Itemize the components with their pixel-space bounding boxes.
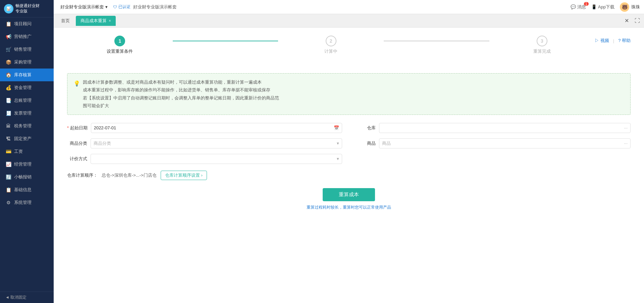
marketing-icon: 📢 [5,34,11,40]
sidebar-item-basic[interactable]: 📋 基础信息 [0,183,54,196]
sidebar: 📊 畅捷通好业财 专业版 📋 项目顾问 📢 营销推广 🛒 销售管理 📦 采购管理… [0,0,54,303]
ellipsis-icon: ··· [624,125,628,130]
recalc-button[interactable]: 重算成本 [323,188,375,201]
finance-icon: 💰 [5,85,11,91]
topbar: 好业财专业版演示帐套 ▾ 🛡 已认证 好业财专业版演示帐套 💬 消息 1 📱 A… [54,0,644,14]
step-3-circle: 3 [537,36,547,46]
sidebar-item-salary[interactable]: 💳 工资 [0,145,54,158]
info-text: 因成本计算参数调整、或是对商品成本有疑问时，可以通过成本重算功能，重新计算一遍成… [83,78,279,110]
info-box: 💡 因成本计算参数调整、或是对商品成本有疑问时，可以通过成本重算功能，重新计算一… [67,73,631,115]
goods-label: 商品 [356,140,376,146]
step-1-label: 设置重算条件 [107,48,133,54]
start-date-input[interactable]: 📅 [91,123,342,133]
goods-input[interactable]: 商品 ··· [379,138,631,148]
step-1: 1 设置重算条件 [67,36,173,54]
tax-icon: 🏛 [5,123,11,129]
tab-home[interactable]: 首页 [56,16,74,26]
sidebar-item-marketing[interactable]: 📢 营销推广 [0,30,54,43]
step-2-label: 计算中 [324,48,337,54]
sidebar-pin-toggle[interactable]: ◄ 取消固定 [0,292,54,303]
sidebar-item-operations[interactable]: 📈 经营管理 [0,158,54,171]
phone-icon: 📱 [591,4,597,9]
assets-icon: 🏗 [5,136,11,142]
basic-icon: 📋 [5,187,11,193]
steps: 1 设置重算条件 2 计算中 3 重算 [67,36,595,54]
sidebar-item-system[interactable]: ⚙ 系统管理 [0,196,54,209]
warehouse-label: 仓库 [356,125,376,131]
close-window-button[interactable]: ✕ [623,17,631,25]
sidebar-item-finance[interactable]: 💰 资金管理 [0,81,54,94]
start-date-row: 起始日期 📅 [67,123,342,133]
price-method-row: 计价方式 ▾ [67,154,342,164]
step-1-circle: 1 [114,36,125,46]
tab-close-icon[interactable]: × [109,18,111,23]
step-line-2 [384,41,489,41]
sidebar-item-invoice[interactable]: 🧾 发票管理 [0,107,54,120]
message-button[interactable]: 💬 消息 1 [571,4,586,10]
sidebar-item-accounting[interactable]: 📑 总账管理 [0,94,54,107]
steps-container: 1 设置重算条件 2 计算中 3 重算 [67,36,631,64]
account-select[interactable]: 好业财专业版演示帐套 ▾ [58,3,110,11]
user-menu[interactable]: 🐻 珠珠 [620,2,640,12]
chevron-down-icon: ▾ [337,156,339,161]
category-row: 商品分类 商品分类 ▾ [67,138,342,148]
app-download-button[interactable]: 📱 App下载 [591,4,614,10]
sidebar-item-assets[interactable]: 🏗 固定资产 [0,132,54,145]
logo-icon: 📊 [4,4,13,13]
salary-icon: 💳 [5,148,11,155]
sidebar-item-expense[interactable]: 🔄 小畅报销 [0,171,54,183]
chevron-down-icon: ▾ [105,4,108,9]
sidebar-item-sales[interactable]: 🛒 销售管理 [0,43,54,56]
category-select[interactable]: 商品分类 ▾ [91,138,342,148]
logo-text: 畅捷通好业财 专业版 [15,3,40,14]
sidebar-logo: 📊 畅捷通好业财 专业版 [0,0,54,17]
form-fields: 起始日期 📅 仓库 ··· 商品分类 商品分类 ▾ [67,123,631,164]
calc-order-settings-button[interactable]: 仓库计算顺序设置 › [161,171,207,180]
accounting-icon: 📑 [5,97,11,103]
avatar: 🐻 [620,2,629,12]
warehouse-input[interactable]: ··· [379,123,631,133]
step-2-circle: 2 [326,36,336,46]
tabbar: 首页 商品成本重算 × ✕ ⛶ [54,14,644,28]
price-method-select[interactable]: ▾ [91,154,342,164]
operations-icon: 📈 [5,161,11,167]
start-date-field[interactable] [94,125,332,130]
sidebar-item-tax[interactable]: 🏛 税务管理 [0,120,54,132]
page-content: 1 设置重算条件 2 计算中 3 重算 [54,28,644,303]
calendar-icon[interactable]: 📅 [334,125,339,130]
arrow-right-icon: › [201,173,203,178]
step-3: 3 重算完成 [489,36,595,54]
warning-icon: 💡 [73,79,80,110]
chevron-down-icon: ▾ [337,141,339,146]
goods-row: 商品 商品 ··· [356,138,631,148]
invoice-icon: 🧾 [5,110,11,116]
main-content: 好业财专业版演示帐套 ▾ 🛡 已认证 好业财专业版演示帐套 💬 消息 1 📱 A… [54,0,644,303]
verified-badge: 🛡 已认证 [113,4,130,10]
sidebar-item-purchase[interactable]: 📦 采购管理 [0,56,54,69]
expense-icon: 🔄 [5,174,11,180]
step-line-1 [173,41,278,41]
recalc-tip: 重算过程耗时较长，重算时您可以正常使用产品 [67,205,631,210]
inventory-icon: 🏠 [5,72,11,78]
steps-actions: ▷ 视频 | ? 帮助 [595,36,631,44]
message-badge: 1 [584,2,589,6]
step-2: 2 计算中 [278,36,384,54]
video-link[interactable]: ▷ 视频 [595,38,609,44]
start-date-label: 起始日期 [67,125,88,131]
sidebar-item-inventory[interactable]: 🏠 库存核算 [0,69,54,81]
sidebar-item-project[interactable]: 📋 项目顾问 [0,17,54,30]
warehouse-row: 仓库 ··· [356,123,631,133]
help-link[interactable]: ? 帮助 [618,38,631,44]
purchase-icon: 📦 [5,59,11,65]
sales-icon: 🛒 [5,46,11,52]
topbar-right: 💬 消息 1 📱 App下载 🐻 珠珠 [571,2,640,12]
tabbar-right: ✕ ⛶ [623,17,641,25]
maximize-window-button[interactable]: ⛶ [633,17,641,25]
shield-icon: 🛡 [113,5,117,9]
category-label: 商品分类 [67,140,87,146]
step-3-label: 重算完成 [533,48,551,54]
message-icon: 💬 [571,4,576,9]
system-icon: ⚙ [5,200,11,206]
tab-recalc[interactable]: 商品成本重算 × [76,16,116,26]
price-method-label: 计价方式 [67,156,87,162]
